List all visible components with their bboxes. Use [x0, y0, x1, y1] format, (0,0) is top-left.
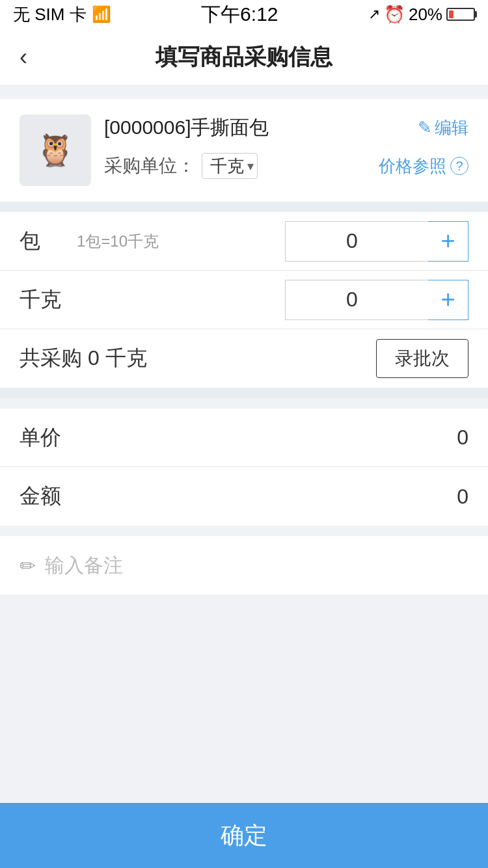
alarm-icon: ⏰	[384, 5, 405, 25]
product-unit-row: 采购单位： 千克 价格参照 ?	[104, 153, 468, 179]
bag-plus-button[interactable]: +	[428, 221, 468, 262]
section-separator-2	[0, 388, 488, 398]
kg-input[interactable]	[285, 280, 428, 320]
pencil-icon: ✏	[20, 554, 36, 577]
wifi-icon: 📶	[92, 5, 111, 23]
total-row: 共采购 0 千克 录批次	[0, 329, 488, 388]
price-ref-help-icon: ?	[450, 157, 468, 175]
amount-value: 0	[457, 485, 468, 509]
battery-percent: 20%	[409, 5, 442, 25]
amount-label: 金额	[20, 482, 61, 511]
bag-sub-label: 1包=10千克	[77, 231, 285, 252]
back-button[interactable]: ‹	[13, 37, 34, 77]
bag-input-row: 包 1包=10千克 +	[0, 212, 488, 271]
remarks-section[interactable]: ✏ 输入备注	[0, 536, 488, 595]
product-name-row: [0000006]手撕面包 ✎ 编辑	[104, 115, 468, 141]
edit-icon: ✎	[418, 118, 432, 138]
status-left: 无 SIM 卡 📶	[13, 3, 111, 26]
product-logo-icon: 🦉	[36, 132, 75, 169]
bottom-space	[0, 595, 488, 803]
bag-input-control: +	[285, 221, 468, 262]
edit-label: 编辑	[435, 116, 468, 139]
header: ‹ 填写商品采购信息	[0, 29, 488, 86]
kg-plus-button[interactable]: +	[428, 280, 468, 320]
bag-input[interactable]	[285, 221, 428, 262]
detail-section: 单价 0 金额 0	[0, 409, 488, 526]
status-time: 下午6:12	[201, 1, 278, 28]
kg-input-row: 千克 +	[0, 271, 488, 329]
status-right: ↗ ⏰ 20%	[368, 5, 475, 25]
kg-label: 千克	[20, 286, 72, 314]
total-text: 共采购 0 千克	[20, 344, 147, 373]
kg-input-control: +	[285, 280, 468, 320]
unit-price-row: 单价 0	[0, 409, 488, 467]
confirm-label: 确定	[221, 820, 267, 852]
price-reference-button[interactable]: 价格参照 ?	[379, 155, 468, 178]
unit-select-wrap: 千克	[202, 153, 258, 179]
unit-label: 采购单位：	[104, 154, 195, 178]
battery-icon	[446, 8, 475, 21]
amount-row: 金额 0	[0, 467, 488, 526]
product-info: [0000006]手撕面包 ✎ 编辑 采购单位： 千克 价格参照 ?	[104, 115, 468, 179]
edit-button[interactable]: ✎ 编辑	[418, 116, 468, 139]
confirm-bar[interactable]: 确定	[0, 803, 488, 868]
section-separator-1	[0, 202, 488, 212]
record-batch-button[interactable]: 录批次	[376, 339, 468, 378]
product-card: 🦉 [0000006]手撕面包 ✎ 编辑 采购单位： 千克 价格参照	[0, 99, 488, 202]
unit-price-value: 0	[457, 426, 468, 450]
unit-price-label: 单价	[20, 424, 61, 452]
remarks-placeholder: 输入备注	[45, 552, 123, 579]
product-thumbnail: 🦉	[20, 115, 91, 186]
status-bar: 无 SIM 卡 📶 下午6:12 ↗ ⏰ 20%	[0, 0, 488, 29]
bag-label: 包	[20, 227, 72, 256]
price-ref-label: 价格参照	[379, 155, 446, 178]
sim-label: 无 SIM 卡	[13, 3, 87, 26]
quantity-input-section: 包 1包=10千克 + 千克 +	[0, 212, 488, 329]
unit-select[interactable]: 千克	[202, 153, 258, 179]
product-name: [0000006]手撕面包	[104, 115, 269, 141]
location-icon: ↗	[368, 6, 380, 23]
page-title: 填写商品采购信息	[156, 42, 332, 72]
